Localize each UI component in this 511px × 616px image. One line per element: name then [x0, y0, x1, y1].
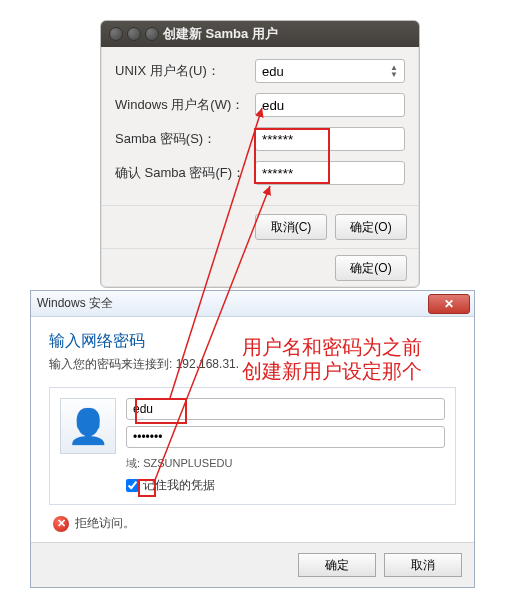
user-avatar-icon: 👤: [60, 398, 116, 454]
winsec-ok-button[interactable]: 确定: [298, 553, 376, 577]
ok-button[interactable]: 确定(O): [335, 214, 407, 240]
deny-row: ✕ 拒绝访问。: [53, 515, 456, 532]
samba-password-label: Samba 密码(S)：: [115, 130, 255, 148]
deny-text: 拒绝访问。: [75, 515, 135, 532]
combo-spinner-icon[interactable]: ▲▼: [390, 64, 398, 78]
domain-label: 域:: [126, 457, 140, 469]
ok2-button[interactable]: 确定(O): [335, 255, 407, 281]
window-close-icon[interactable]: [109, 27, 123, 41]
samba-password-input[interactable]: [255, 127, 405, 151]
winsec-title-text: Windows 安全: [31, 295, 113, 312]
winsec-titlebar: Windows 安全 ✕: [31, 291, 474, 317]
samba-dialog: 创建新 Samba 用户 UNIX 用户名(U)： edu ▲▼ Windows…: [100, 20, 420, 288]
credentials-panel: 👤 域: SZSUNPLUSEDU 记住我的凭据: [49, 387, 456, 505]
samba-titlebar: 创建新 Samba 用户: [101, 21, 419, 47]
windows-user-input[interactable]: [255, 93, 405, 117]
samba-confirm-label: 确认 Samba 密码(F)：: [115, 164, 255, 182]
window-max-icon[interactable]: [145, 27, 159, 41]
domain-line: 域: SZSUNPLUSEDU: [126, 456, 445, 471]
username-input[interactable]: [126, 398, 445, 420]
unix-user-label: UNIX 用户名(U)：: [115, 62, 255, 80]
remember-checkbox[interactable]: [126, 479, 139, 492]
remember-row[interactable]: 记住我的凭据: [126, 477, 445, 494]
windows-user-label: Windows 用户名(W)：: [115, 96, 255, 114]
close-icon[interactable]: ✕: [428, 294, 470, 314]
window-min-icon[interactable]: [127, 27, 141, 41]
error-icon: ✕: [53, 516, 69, 532]
unix-user-value: edu: [262, 64, 284, 79]
winsec-cancel-button[interactable]: 取消: [384, 553, 462, 577]
unix-user-combo[interactable]: edu ▲▼: [255, 59, 405, 83]
password-input[interactable]: [126, 426, 445, 448]
windows-security-dialog: Windows 安全 ✕ 输入网络密码 输入您的密码来连接到: 192.168.…: [30, 290, 475, 588]
samba-title-text: 创建新 Samba 用户: [163, 25, 278, 43]
remember-label: 记住我的凭据: [143, 477, 215, 494]
domain-value: SZSUNPLUSEDU: [143, 457, 232, 469]
cancel-button[interactable]: 取消(C): [255, 214, 327, 240]
samba-confirm-input[interactable]: [255, 161, 405, 185]
winsec-subtitle: 输入您的密码来连接到: 192.168.31.: [49, 356, 456, 373]
winsec-heading: 输入网络密码: [49, 331, 456, 352]
